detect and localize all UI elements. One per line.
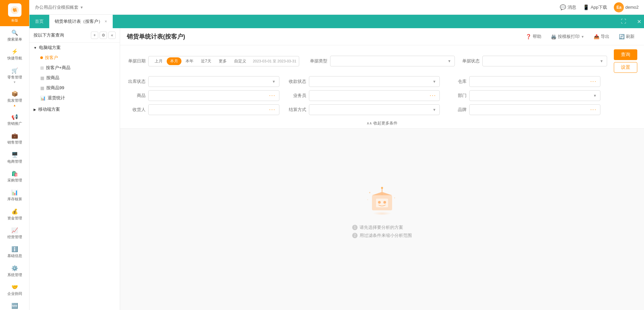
settings-scheme-button[interactable]: ⚙ xyxy=(100,32,107,39)
order-type-filter[interactable]: ▼ xyxy=(330,56,455,66)
sidebar-item-ecommerce[interactable]: 🖥️ 电商管理 xyxy=(0,148,29,167)
message-button[interactable]: 💬 消息 xyxy=(560,4,576,10)
logo-area: 畅 标版 xyxy=(0,0,29,26)
warehouse-filter[interactable]: ··· xyxy=(469,76,600,87)
avatar: Ea xyxy=(614,2,624,12)
sidebar-item-label: 搜索菜单 xyxy=(7,37,22,42)
sidebar-item-sales[interactable]: 💼 销售管理 xyxy=(0,129,29,148)
receipt-status-filter[interactable]: ▼ xyxy=(309,76,440,87)
sidebar-item-newuser[interactable]: 🆕 新手引导 xyxy=(0,299,29,310)
order-status-filter[interactable]: ▼ xyxy=(482,56,607,66)
date-btn-7days[interactable]: 近7天 xyxy=(198,57,215,65)
report-header: 销货单统计表(按客户) ❓ 帮助 🖨️ 按模板打印 ▼ 📤 导出 xyxy=(120,28,644,45)
tree-item-goods[interactable]: ▦ 按商品 xyxy=(30,73,120,83)
add-icon: + xyxy=(93,33,96,38)
tab-report[interactable]: 销货单统计表（按客户） × xyxy=(49,15,113,28)
recipient-filter[interactable]: ··· xyxy=(148,104,279,115)
date-btn-thisyear[interactable]: 本年 xyxy=(182,57,197,65)
table2-icon: ▦ xyxy=(40,86,44,91)
sidebar-item-retail[interactable]: 🛒 零售管理 ▼ xyxy=(0,64,29,87)
sidebar-item-enterprise[interactable]: 🤝 企业协同 xyxy=(0,280,29,299)
maximize-button[interactable]: ⛶ xyxy=(617,18,630,24)
close-tab-button[interactable]: ✕ xyxy=(634,18,644,25)
tree-item-goods99[interactable]: ▦ 按商品99 xyxy=(30,83,120,93)
collapse-icon: « xyxy=(111,33,113,38)
refresh-label: 刷新 xyxy=(626,34,635,40)
tree-item-customer[interactable]: 按客户 xyxy=(30,53,120,63)
date-btn-lastmonth[interactable]: 上月 xyxy=(151,57,166,65)
sales-icon: 💼 xyxy=(11,133,18,139)
settings-button[interactable]: 设置 xyxy=(614,62,637,73)
tab-close-button[interactable]: × xyxy=(105,19,107,24)
sidebar-item-label: 库存核算 xyxy=(7,197,22,201)
top-header: 办公用品行业模拟账套 ▼ 💬 消息 📱 App下载 Ea demo2 xyxy=(30,0,644,15)
sidebar-item-purchase[interactable]: 🛍️ 采购管理 xyxy=(0,167,29,186)
export-button[interactable]: 📤 导出 xyxy=(591,32,612,41)
brand-label: 品牌 xyxy=(448,107,467,113)
settlement-filter[interactable]: ▼ xyxy=(309,104,440,115)
date-btn-thismonth[interactable]: 本月 xyxy=(167,57,181,65)
sidebar-item-finance[interactable]: 💰 资金管理 xyxy=(0,205,29,224)
receipt-status-arrow: ▼ xyxy=(432,80,436,84)
sidebar-item-label: 采购管理 xyxy=(7,178,22,183)
user-profile[interactable]: Ea demo2 xyxy=(614,2,639,12)
app-download-label: App下载 xyxy=(591,4,607,10)
active-indicator xyxy=(40,56,43,59)
gear-icon: ⚙ xyxy=(102,33,105,38)
sidebar-item-search[interactable]: 🔍 搜索菜单 xyxy=(0,26,29,45)
search-icon: 🔍 xyxy=(11,30,18,36)
order-type-arrow: ▼ xyxy=(447,59,451,63)
sidebar-item-wholesale[interactable]: 📦 批发管理 ▲ xyxy=(0,87,29,110)
sidebar-item-management[interactable]: 📈 经营管理 xyxy=(0,224,29,243)
out-status-filter[interactable]: ▼ xyxy=(148,76,279,87)
tree-item-label: 退货统计 xyxy=(48,95,65,101)
sidebar-item-system[interactable]: ⚙️ 系统管理 xyxy=(0,262,29,280)
tree-parent-desktop[interactable]: ▼ 电脑端方案 xyxy=(30,43,120,53)
department-filter[interactable]: ▼ xyxy=(469,90,600,101)
svg-text:✦: ✦ xyxy=(394,197,395,199)
sidebar-item-label: 营销推广 xyxy=(7,121,22,126)
app-download-button[interactable]: 📱 App下载 xyxy=(583,4,607,10)
sidebar-item-marketing[interactable]: 📢 营销推广 xyxy=(0,110,29,129)
order-status-label: 单据状态 xyxy=(461,58,480,64)
export-icon: 📤 xyxy=(594,34,599,39)
maximize-icon: ⛶ xyxy=(621,18,626,24)
add-scheme-button[interactable]: + xyxy=(91,32,98,39)
sidebar-item-label: 销售管理 xyxy=(7,140,22,145)
wholesale-icon: 📦 xyxy=(11,91,18,97)
help-icon: ❓ xyxy=(526,34,531,39)
print-button[interactable]: 🖨️ 按模板打印 ▼ xyxy=(548,32,587,41)
collapse-panel-button[interactable]: « xyxy=(108,32,116,39)
date-filter-group[interactable]: 上月 本月 本年 近7天 更多 自定义 2023-03-01 至 2023-03… xyxy=(148,56,299,66)
sidebar-item-shortcut[interactable]: ⚡ 快捷导航 xyxy=(0,45,29,64)
svg-point-6 xyxy=(383,201,386,204)
tip-text-1: 请先选择要分析的方案 xyxy=(360,224,403,230)
collapse-bar[interactable]: ∧∧ 收起更多条件 xyxy=(127,118,637,128)
chart-icon: 📊 xyxy=(40,96,46,101)
side-panel-actions: + ⚙ « xyxy=(91,32,116,39)
refresh-button[interactable]: 🔄 刷新 xyxy=(616,32,637,41)
tree-item-return-stats[interactable]: 📊 退货统计 xyxy=(30,93,120,103)
tab-report-label: 销货单统计表（按客户） xyxy=(55,18,103,24)
sidebar-item-inventory[interactable]: 📊 库存核算 xyxy=(0,186,29,205)
chevron-up-icon: ▲ xyxy=(13,104,16,107)
date-btn-more[interactable]: 更多 xyxy=(215,57,230,65)
goods-filter[interactable]: ··· xyxy=(148,90,279,101)
enterprise-icon: 🤝 xyxy=(11,284,18,290)
recipient-dots: ··· xyxy=(269,107,275,113)
page-title: 销货单统计表(按客户) xyxy=(127,33,185,41)
tab-home[interactable]: 首页 xyxy=(30,15,49,28)
salesperson-filter[interactable]: ··· xyxy=(309,90,440,101)
help-button[interactable]: ❓ 帮助 xyxy=(523,32,544,41)
management-icon: 📈 xyxy=(11,227,18,234)
refresh-icon: 🔄 xyxy=(619,34,625,39)
sidebar-item-label: 企业协同 xyxy=(7,291,22,296)
search-button[interactable]: 查询 xyxy=(614,49,637,60)
tip-num-1: 1 xyxy=(352,225,358,230)
tree-parent-mobile[interactable]: ▶ 移动端方案 xyxy=(30,104,120,114)
tree-item-customer-goods[interactable]: ⊞ 按客户+商品 xyxy=(30,63,120,73)
industry-dropdown[interactable]: 办公用品行业模拟账套 ▼ xyxy=(35,4,84,10)
date-btn-custom[interactable]: 自定义 xyxy=(231,57,250,65)
brand-filter[interactable]: ··· xyxy=(469,104,600,115)
sidebar-item-basic[interactable]: ℹ️ 基础信息 xyxy=(0,243,29,261)
